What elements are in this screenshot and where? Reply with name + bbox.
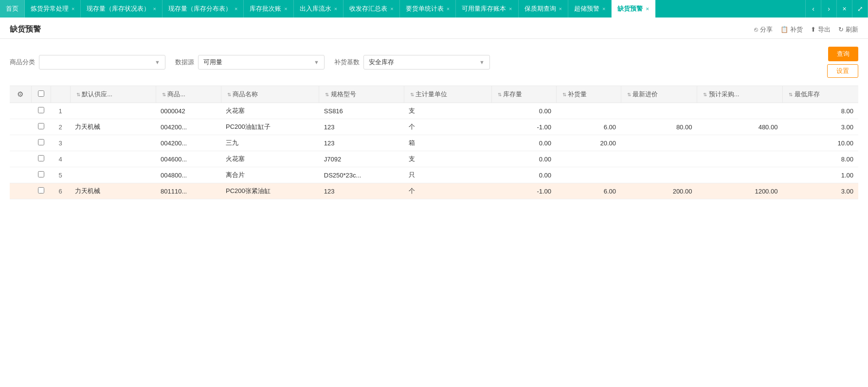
col-header-settings[interactable]: ⚙ [10, 86, 31, 103]
nav-tab-exception[interactable]: 炼货异常处理× [25, 0, 81, 18]
settings-button[interactable]: 设置 [827, 64, 858, 78]
cell-restock: 6.00 [556, 119, 621, 135]
cell-supplier [70, 167, 156, 183]
datasource-select[interactable]: 可用量 ▼ [198, 55, 325, 70]
cell-empty [10, 151, 31, 167]
cell-supplier [70, 135, 156, 151]
nav-tab-close-available-ledger[interactable]: × [509, 6, 512, 12]
cell-latest-price [621, 103, 697, 119]
nav-tab-close-collect-summary[interactable]: × [390, 6, 393, 12]
cell-index: 4 [51, 151, 70, 167]
nav-tab-overstock[interactable]: 超储预警× [568, 0, 612, 18]
cell-sku-name: 离合片 [221, 167, 319, 183]
cell-unit: 支 [404, 151, 491, 167]
row-checkbox[interactable] [38, 171, 44, 177]
col-header-stock[interactable]: ⇅ 库存量 [491, 86, 556, 103]
nav-tab-close-shortage[interactable]: × [646, 6, 649, 12]
cell-index: 3 [51, 135, 70, 151]
nav-tab-available-ledger[interactable]: 可用量库存账本× [456, 0, 518, 18]
nav-tab-close-overstock[interactable]: × [602, 6, 605, 12]
cell-checkbox [31, 151, 51, 167]
cell-latest-price [621, 167, 697, 183]
restock-base-chevron-icon: ▼ [479, 59, 485, 65]
col-header-sku-code[interactable]: ⇅ 商品... [156, 86, 221, 103]
cell-restock [556, 151, 621, 167]
nav-tab-close-stock-status[interactable]: × [153, 6, 156, 12]
col-header-supplier[interactable]: ⇅ 默认供应... [70, 86, 156, 103]
nav-tab-close-stock-dist[interactable]: × [235, 6, 237, 12]
cell-restock: 6.00 [556, 183, 621, 199]
cell-stock: 0.00 [491, 167, 556, 183]
gear-icon[interactable]: ⚙ [17, 90, 23, 98]
row-checkbox[interactable] [38, 107, 44, 113]
category-chevron-icon: ▼ [155, 59, 160, 65]
header-actions: ⎋ 分享 📋 补货 ⬆ 导出 ↻ 刷新 [754, 25, 858, 34]
restock-base-select[interactable]: 安全库存 ▼ [363, 55, 490, 70]
restock-base-filter-group: 补货基数 安全库存 ▼ [334, 55, 490, 70]
col-header-expected-purchase[interactable]: ⇅ 预计采购... [697, 86, 782, 103]
nav-tab-expiry-query[interactable]: 保质期查询× [519, 0, 568, 18]
refresh-button[interactable]: ↻ 刷新 [838, 25, 858, 34]
nav-close-button[interactable]: × [837, 0, 852, 18]
nav-tab-home[interactable]: 首页 [0, 0, 25, 18]
nav-next-button[interactable]: › [821, 0, 837, 18]
cell-stock: 0.00 [491, 103, 556, 119]
share-icon: ⎋ [754, 26, 758, 33]
col-header-checkbox[interactable] [31, 86, 51, 103]
nav-tab-stock-status[interactable]: 现存量（库存状况表）× [81, 0, 162, 18]
share-button[interactable]: ⎋ 分享 [754, 25, 773, 34]
select-all-checkbox[interactable] [38, 90, 44, 97]
restock-button[interactable]: 📋 补货 [780, 25, 803, 34]
nav-tab-shortage[interactable]: 缺货预警× [612, 0, 655, 18]
col-header-index [51, 86, 70, 103]
table-row: 4004600...火花塞J7092支0.008.00 [10, 151, 858, 167]
cell-spec: DS250*23c... [319, 167, 404, 183]
cell-sku-name: 火花塞 [221, 103, 319, 119]
nav-tab-batch[interactable]: 库存批次账× [244, 0, 293, 18]
cell-spec: 123 [319, 135, 404, 151]
shortage-table: ⚙ ⇅ 默认供应... ⇅ 商品... ⇅ [10, 86, 858, 199]
col-header-sku-name[interactable]: ⇅ 商品名称 [221, 86, 319, 103]
col-header-latest-price[interactable]: ⇅ 最新进价 [621, 86, 697, 103]
export-button[interactable]: ⬆ 导出 [811, 25, 831, 34]
nav-tab-close-inout-flow[interactable]: × [334, 6, 337, 12]
nav-tab-collect-summary[interactable]: 收发存汇总表× [344, 0, 399, 18]
nav-tab-label-batch: 库存批次账 [250, 4, 281, 13]
nav-tab-stock-dist[interactable]: 现存量（库存分布表）× [163, 0, 244, 18]
nav-tab-close-batch[interactable]: × [284, 6, 287, 12]
nav-tab-inout-flow[interactable]: 出入库流水× [294, 0, 344, 18]
col-header-unit[interactable]: ⇅ 主计量单位 [404, 86, 491, 103]
datasource-value: 可用量 [203, 58, 222, 67]
cell-spec: 123 [319, 183, 404, 199]
nav-tab-close-expiry-query[interactable]: × [559, 6, 562, 12]
cell-checkbox [31, 183, 51, 199]
nav-expand-button[interactable]: ⤢ [852, 0, 868, 18]
nav-tab-close-order-stat[interactable]: × [447, 6, 450, 12]
cell-sku-code: 004600... [156, 151, 221, 167]
refresh-icon: ↻ [838, 26, 844, 33]
cell-min-stock: 10.00 [782, 135, 858, 151]
row-checkbox[interactable] [38, 155, 44, 161]
cell-min-stock: 8.00 [782, 103, 858, 119]
nav-tab-order-stat[interactable]: 要货单统计表× [400, 0, 456, 18]
cell-sku-name: 火花塞 [221, 151, 319, 167]
row-checkbox[interactable] [38, 139, 44, 145]
cell-restock [556, 103, 621, 119]
nav-tab-label-available-ledger: 可用量库存账本 [462, 4, 506, 13]
col-header-spec[interactable]: ⇅ 规格型号 [319, 86, 404, 103]
col-header-restock[interactable]: ⇅ 补货量 [556, 86, 621, 103]
nav-tab-close-exception[interactable]: × [72, 6, 74, 12]
cell-expected-purchase [697, 167, 782, 183]
nav-prev-button[interactable]: ‹ [806, 0, 821, 18]
query-button[interactable]: 查询 [828, 47, 858, 61]
col-header-min-stock[interactable]: ⇅ 最低库存 [782, 86, 858, 103]
cell-min-stock: 8.00 [782, 151, 858, 167]
category-select[interactable]: ▼ [39, 55, 165, 70]
cell-min-stock: 1.00 [782, 167, 858, 183]
cell-empty [10, 103, 31, 119]
cell-sku-code: 004200... [156, 119, 221, 135]
row-checkbox[interactable] [38, 123, 44, 129]
cell-supplier [70, 103, 156, 119]
row-checkbox[interactable] [38, 187, 44, 194]
nav-tab-label-shortage: 缺货预警 [617, 4, 643, 13]
